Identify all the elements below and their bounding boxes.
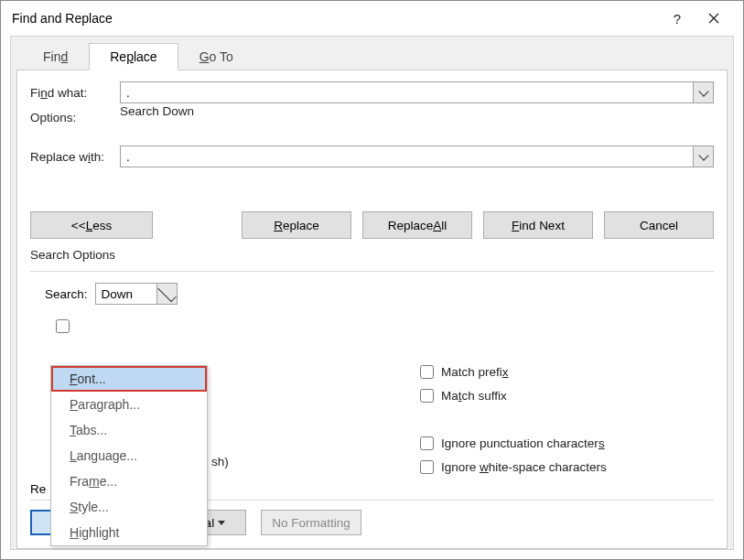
close-button[interactable] (695, 1, 732, 36)
match-suffix-label: Match suffix (441, 389, 507, 403)
options-label: Options: (30, 111, 120, 124)
tab-find[interactable]: Find (22, 43, 89, 70)
truncated-option-text: sh) (211, 455, 229, 468)
menu-item-font[interactable]: Font... (51, 366, 207, 392)
find-replace-dialog: Find and Replace ? Find Replace Go To Fi… (0, 0, 744, 560)
tab-strip: Find Replace Go To (11, 42, 733, 70)
find-what-combo[interactable] (120, 81, 714, 103)
replace-with-combo[interactable] (120, 145, 714, 167)
menu-item-tabs[interactable]: Tabs... (51, 417, 207, 443)
find-what-label: Find what: (30, 86, 120, 100)
replace-with-dropdown[interactable] (693, 146, 713, 167)
checkbox-input[interactable] (420, 389, 434, 403)
close-icon (708, 13, 719, 24)
search-label: Search: (45, 287, 88, 301)
titlebar: Find and Replace ? (1, 1, 743, 36)
search-direction-value: Down (96, 287, 156, 301)
find-next-button[interactable]: Find Next (483, 211, 593, 239)
chevron-down-icon (157, 283, 177, 302)
match-prefix-label: Match prefix (441, 365, 509, 379)
replace-button[interactable]: Replace (242, 211, 351, 239)
find-what-dropdown[interactable] (693, 82, 713, 102)
match-prefix-checkbox[interactable]: Match prefix (420, 360, 713, 383)
match-case-checkbox-partial[interactable] (56, 314, 714, 338)
ignore-ws-checkbox[interactable]: Ignore white-space characters (420, 455, 713, 479)
match-suffix-checkbox[interactable]: Match suffix (420, 383, 713, 407)
menu-item-style[interactable]: Style... (51, 494, 207, 520)
replace-with-input[interactable] (121, 150, 693, 164)
search-direction-combo[interactable]: Down (95, 283, 178, 305)
checkbox-input[interactable] (420, 436, 434, 450)
replace-with-label: Replace with: (30, 150, 120, 164)
dialog-title: Find and Replace (12, 11, 659, 26)
menu-item-highlight[interactable]: Highlight (51, 520, 207, 545)
menu-item-frame[interactable]: Frame... (51, 468, 207, 494)
no-formatting-button: No Formatting (261, 510, 361, 535)
replace-all-button[interactable]: Replace All (362, 211, 472, 239)
menu-item-paragraph[interactable]: Paragraph... (51, 392, 207, 417)
checkbox-input[interactable] (420, 460, 434, 474)
tab-goto[interactable]: Go To (178, 43, 254, 70)
format-menu: Font... Paragraph... Tabs... Language...… (50, 365, 208, 546)
help-button[interactable]: ? (659, 1, 695, 36)
dialog-body: Find Replace Go To Find what: Options: S… (10, 36, 734, 550)
ignore-punct-checkbox[interactable]: Ignore punctuation characters (420, 431, 713, 455)
less-button[interactable]: << Less (30, 211, 153, 239)
find-what-input[interactable] (121, 86, 693, 100)
cancel-button[interactable]: Cancel (604, 211, 714, 239)
chevron-down-icon (698, 150, 708, 160)
replace-panel: Find what: Options: Search Down Replace … (16, 70, 728, 549)
checkbox-input[interactable] (420, 365, 434, 379)
menu-item-language[interactable]: Language... (51, 443, 207, 468)
caret-down-icon (218, 521, 225, 525)
options-value: Search Down (120, 104, 714, 118)
ignore-punct-label: Ignore punctuation characters (441, 436, 605, 450)
tab-replace[interactable]: Replace (89, 43, 178, 70)
ignore-ws-label: Ignore white-space characters (441, 460, 607, 474)
divider (30, 271, 714, 272)
chevron-down-icon (698, 86, 708, 96)
checkbox-input[interactable] (56, 319, 70, 333)
search-direction-dropdown[interactable] (156, 284, 177, 304)
search-options-label: Search Options (30, 248, 714, 262)
